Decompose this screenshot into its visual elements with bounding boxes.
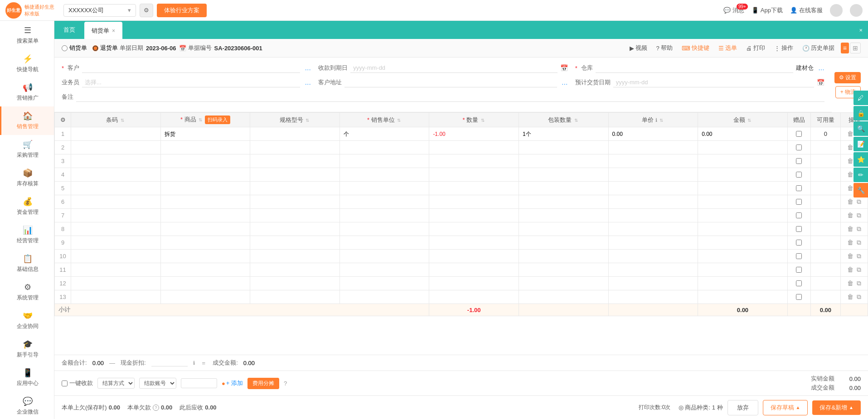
row-barcode[interactable] — [71, 154, 161, 168]
row-barcode[interactable] — [71, 182, 161, 195]
avatar-2[interactable] — [850, 4, 863, 17]
row-product[interactable] — [160, 195, 250, 209]
print-btn[interactable]: 🖨 打印 — [743, 43, 768, 53]
row-unit[interactable] — [339, 209, 429, 222]
row-qty[interactable] — [429, 168, 519, 182]
warehouse-select-icon[interactable]: … — [818, 64, 824, 72]
row-gift[interactable] — [787, 127, 810, 141]
row-qty[interactable] — [429, 182, 519, 195]
goods-type[interactable]: ◎ 商品种类: 1 种 — [679, 404, 723, 412]
delete-row-button[interactable]: 🗑 — [846, 279, 854, 288]
address-select-icon[interactable]: … — [562, 79, 568, 86]
row-price[interactable] — [608, 154, 698, 168]
avatar[interactable] — [830, 4, 843, 17]
row-product[interactable] — [160, 141, 250, 154]
row-price[interactable] — [608, 236, 698, 250]
video-btn[interactable]: ▶ 视频 — [627, 43, 650, 53]
sidebar-item-marketing[interactable]: 📢 营销推广 — [0, 78, 54, 106]
delete-row-button[interactable]: 🗑 — [846, 170, 854, 179]
row-pkgqty[interactable] — [519, 141, 608, 154]
row-product[interactable] — [160, 168, 250, 182]
customer-select-icon[interactable]: … — [305, 64, 311, 72]
row-pkgqty[interactable] — [519, 263, 608, 277]
settlement-method-select[interactable]: 结算方式 — [97, 378, 135, 389]
row-gift[interactable] — [787, 263, 810, 277]
sidebar-item-inventory[interactable]: 📦 库存核算 — [0, 164, 54, 192]
sidebar-item-system[interactable]: ⚙ 系统管理 — [0, 278, 54, 306]
row-amount[interactable] — [698, 127, 788, 141]
row-amount[interactable] — [698, 222, 788, 236]
one-click-pay-checkbox[interactable] — [62, 380, 68, 386]
row-price[interactable] — [608, 127, 698, 141]
row-price[interactable] — [608, 209, 698, 222]
row-barcode[interactable] — [71, 168, 161, 182]
row-spec[interactable] — [250, 209, 340, 222]
gear-button[interactable]: ⚙ — [140, 4, 153, 17]
copy-row-button[interactable]: ⧉ — [856, 197, 862, 207]
row-gift[interactable] — [787, 195, 810, 209]
col-settings-header[interactable]: ⚙ — [55, 113, 71, 127]
row-spec[interactable] — [250, 290, 340, 304]
row-barcode[interactable] — [71, 222, 161, 236]
row-amount[interactable] — [698, 290, 788, 304]
row-pkgqty[interactable] — [519, 222, 608, 236]
sidebar-item-wechat[interactable]: 💬 企业微信 — [0, 392, 54, 419]
sidebar-item-operations[interactable]: 📊 经营管理 — [0, 221, 54, 249]
delete-row-button[interactable]: 🗑 — [846, 143, 854, 152]
row-qty[interactable] — [429, 141, 519, 154]
row-spec[interactable] — [250, 141, 340, 154]
row-product[interactable] — [160, 277, 250, 290]
tab-close-icon[interactable]: × — [112, 28, 115, 34]
float-btn-5[interactable]: ⭐ — [853, 152, 868, 167]
delete-row-button[interactable]: 🗑 — [846, 197, 854, 206]
row-pkgqty[interactable] — [519, 209, 608, 222]
row-pkgqty[interactable] — [519, 127, 608, 141]
note-input[interactable] — [76, 92, 824, 102]
row-barcode[interactable] — [71, 195, 161, 209]
row-gift[interactable] — [787, 222, 810, 236]
sidebar-item-quick-nav[interactable]: ⚡ 快捷导航 — [0, 49, 54, 78]
row-amount[interactable] — [698, 154, 788, 168]
float-btn-7[interactable]: 🔧 — [853, 183, 868, 197]
qty-sort-icon[interactable]: ⇅ — [481, 118, 485, 123]
payment-date-input[interactable] — [350, 63, 557, 73]
add-payment-button[interactable]: ● + 添加 — [222, 379, 243, 387]
fee-split-button[interactable]: 费用分摊 — [247, 378, 279, 389]
delete-row-button[interactable]: 🗑 — [846, 251, 854, 260]
row-unit[interactable] — [339, 127, 429, 141]
row-spec[interactable] — [250, 263, 340, 277]
float-btn-1[interactable]: 🖊 — [853, 91, 868, 105]
row-amount[interactable] — [698, 263, 788, 277]
row-price[interactable] — [608, 222, 698, 236]
row-amount[interactable] — [698, 168, 788, 182]
row-spec[interactable] — [250, 154, 340, 168]
operations-btn[interactable]: ⋮ 操作 — [771, 43, 796, 53]
list-view-btn[interactable]: ≡ — [841, 43, 849, 53]
row-amount[interactable] — [698, 209, 788, 222]
row-product[interactable] — [160, 182, 250, 195]
select-btn[interactable]: ☰ 选单 — [716, 43, 740, 53]
salesperson-select-icon[interactable]: … — [305, 79, 311, 86]
row-product[interactable] — [160, 209, 250, 222]
sidebar-item-collab[interactable]: 🤝 企业协同 — [0, 306, 54, 335]
copy-row-button[interactable]: ⧉ — [856, 251, 862, 261]
delete-row-button[interactable]: 🗑 — [846, 224, 854, 233]
row-barcode[interactable] — [71, 277, 161, 290]
help-btn[interactable]: ? 帮助 — [654, 43, 675, 53]
row-qty[interactable] — [429, 154, 519, 168]
row-spec[interactable] — [250, 277, 340, 290]
copy-row-button[interactable]: ⧉ — [856, 211, 862, 220]
float-btn-4[interactable]: 📝 — [853, 137, 868, 151]
row-spec[interactable] — [250, 182, 340, 195]
row-product[interactable] — [160, 263, 250, 277]
delete-row-button[interactable]: 🗑 — [846, 265, 854, 274]
row-qty[interactable] — [429, 263, 519, 277]
row-product[interactable] — [160, 127, 250, 141]
one-click-pay[interactable]: 一键收款 — [62, 379, 93, 387]
product-sort-icon[interactable]: ⇅ — [199, 117, 202, 122]
sidebar-item-guide[interactable]: 🎓 新手引导 — [0, 335, 54, 363]
copy-row-button[interactable]: ⧉ — [856, 224, 862, 234]
copy-row-button[interactable]: ⧉ — [856, 238, 862, 247]
row-unit[interactable] — [339, 168, 429, 182]
row-barcode[interactable] — [71, 250, 161, 263]
